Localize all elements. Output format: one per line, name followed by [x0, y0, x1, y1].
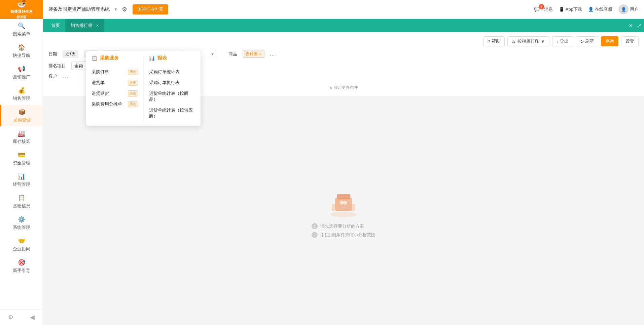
purchase-item-label-3: 采购费用分摊单 — [92, 101, 122, 107]
svg-point-0 — [330, 212, 357, 217]
service-icon: 👤 — [588, 7, 594, 12]
report-item-0[interactable]: 采购订单统计表 — [149, 67, 195, 77]
empty-state: 1 请先选择要分析的方案 2 用[过滤]条件来缩小分析范围 — [43, 97, 644, 325]
hint-num-1: 1 — [312, 223, 318, 229]
purchase-item-label-2: 进货退货 — [92, 90, 109, 96]
settings-bottom-icon[interactable]: ⚙ — [8, 314, 13, 321]
service-label: 在线客服 — [595, 6, 612, 12]
collapse-arrow-icon: ∧ — [329, 85, 332, 90]
refresh-icon: ↻ — [580, 39, 584, 44]
report-item-label-2: 进货单统计表（按商品） — [149, 90, 195, 103]
sidebar-item-sales[interactable]: 💰 销售管理 — [0, 83, 43, 105]
print-icon: 🖨 — [512, 39, 516, 44]
sidebar-item-search[interactable]: 🔍 搜索菜单 — [0, 19, 43, 40]
hint-text-2: 用[过滤]条件来缩小分析范围 — [320, 232, 375, 238]
sidebar-item-operations[interactable]: 📊 经营管理 — [0, 169, 43, 191]
purchase-item-label-0: 采购订单 — [92, 69, 109, 75]
sidebar-item-collab[interactable]: 🤝 企业协同 — [0, 234, 43, 255]
svg-rect-7 — [352, 204, 355, 211]
user-menu-btn[interactable]: 👤 用户 — [618, 4, 639, 14]
topbar-dropdown-arrow[interactable]: ▼ — [114, 7, 118, 12]
goods-ellipsis[interactable]: ... — [270, 51, 276, 57]
purchase-item-0[interactable]: 采购订单 历史 — [92, 67, 138, 77]
report-item-label-3: 进货单统计表（按供应商） — [149, 107, 195, 119]
report-item-1[interactable]: 采购订单执行表 — [149, 77, 195, 88]
dropdown-report-title: 📊 报表 — [149, 55, 195, 63]
sidebar-icon-purchase: 📦 — [18, 108, 26, 116]
sidebar-item-purchase[interactable]: 📦 采购管理 — [0, 105, 43, 126]
phone-icon: 📱 — [559, 7, 564, 12]
svg-rect-1 — [335, 198, 352, 211]
report-item-2[interactable]: 进货单统计表（按商品） — [149, 88, 195, 105]
sidebar-item-newguide[interactable]: 🎯 新手引导 — [0, 255, 43, 277]
settings-filter-btn[interactable]: 设置 — [621, 36, 639, 46]
sidebar-item-finance[interactable]: 💳 资金管理 — [0, 148, 43, 169]
sidebar-item-quicknav[interactable]: 🏠 快捷导航 — [0, 40, 43, 62]
message-btn[interactable]: 💬 6 消息 — [534, 6, 553, 12]
sidebar-label-basicinfo: 基础信息 — [13, 203, 30, 209]
empty-hints: 1 请先选择要分析的方案 2 用[过滤]条件来缩小分析范围 — [312, 223, 375, 238]
tab-sales-rank-label: 销售排行榜 — [71, 23, 93, 29]
sidebar-label-collab: 企业协同 — [13, 246, 30, 252]
report-item-3[interactable]: 进货单统计表（按供应商） — [149, 105, 195, 122]
print-arrow-icon: ▼ — [541, 39, 545, 44]
app-label: App下载 — [566, 6, 582, 12]
sidebar-icon-collab: 🤝 — [18, 237, 25, 245]
goods-label: 商品 — [228, 51, 237, 57]
report-section-label: 报表 — [157, 55, 167, 61]
hint-text-1: 请先选择要分析的方案 — [320, 223, 364, 229]
help-btn[interactable]: ? 帮助 — [483, 36, 504, 46]
purchase-item-2[interactable]: 进货退货 历史 — [92, 88, 138, 99]
sidebar-item-system[interactable]: ⚙️ 系统管理 — [0, 212, 43, 234]
logo-subtext: 标准版 — [16, 15, 27, 19]
message-label: 消息 — [544, 6, 553, 12]
dropdown-purchase-title: 📋 采购业务 — [92, 55, 138, 63]
purchase-section-icon: 📋 — [92, 55, 97, 61]
report-item-label-1: 采购订单执行表 — [149, 80, 180, 86]
avatar-icon: 👤 — [621, 7, 626, 12]
sidebar-label-inventory: 库存核算 — [13, 138, 30, 145]
online-service-btn[interactable]: 👤 在线客服 — [588, 6, 612, 12]
tab-expand-icon[interactable]: ⤢ — [637, 23, 641, 29]
empty-hint-2: 2 用[过滤]条件来缩小分析范围 — [312, 232, 375, 238]
date-chip-7days[interactable]: 近7天 — [63, 50, 78, 58]
sidebar-icon-sales: 💰 — [18, 87, 25, 94]
tab-close-icon[interactable]: ✕ — [96, 24, 99, 28]
sidebar-item-marketing[interactable]: 📢 营销推广 — [0, 62, 43, 83]
help-icon: ? — [488, 39, 490, 44]
sidebar-bottom: ⚙ ◀ — [0, 309, 43, 325]
dropdown-sections: 📋 采购业务 采购订单 历史 进货单 历史 进货退货 历史 采购费用分摊单 历史… — [86, 55, 201, 122]
sidebar-item-inventory[interactable]: 🏭 库存核算 — [0, 126, 43, 148]
sidebar-icon-operations: 📊 — [18, 173, 25, 180]
collapse-sidebar-icon[interactable]: ◀ — [30, 314, 35, 321]
tab-close-all-icon[interactable]: ✕ — [629, 23, 633, 29]
svg-rect-2 — [337, 194, 350, 199]
sidebar-icon-system: ⚙️ — [18, 216, 25, 223]
customer-ellipsis[interactable]: ... — [63, 73, 69, 79]
purchase-item-3[interactable]: 采购费用分摊单 历史 — [92, 99, 138, 110]
goods-tag[interactable]: 设计素 × — [243, 50, 264, 58]
sidebar-item-basicinfo[interactable]: 📋 基础信息 — [0, 191, 43, 212]
customer-label: 客户 — [48, 73, 57, 79]
collapse-label: 收起更多条件 — [334, 85, 358, 90]
history-tag-1: 历史 — [128, 80, 138, 86]
tab-sales-rank[interactable]: 销售排行榜 ✕ — [65, 19, 104, 32]
sidebar-icon-quicknav: 🏠 — [18, 44, 25, 51]
dropdown-report-section: 📊 报表 采购订单统计表 采购订单执行表 进货单统计表（按商品） 进货单统计表（… — [143, 55, 201, 122]
date-label: 日期 — [48, 51, 57, 57]
sidebar-label-finance: 资金管理 — [13, 160, 30, 166]
purchase-item-1[interactable]: 进货单 历史 — [92, 77, 138, 88]
print-btn[interactable]: 🖨 按模板打印 ▼ — [507, 36, 549, 46]
main-area: 装备及固定资产辅助管理系统 ▼ ⚙ 体验行业方案 💬 6 消息 📱 App下载 … — [43, 0, 644, 325]
export-btn[interactable]: ↑ 导出 — [552, 36, 573, 46]
app-download-btn[interactable]: 📱 App下载 — [559, 6, 582, 12]
refresh-btn[interactable]: ↻ 刷新 — [576, 36, 598, 46]
industry-btn[interactable]: 体验行业方案 — [133, 4, 168, 14]
topbar-gear-icon[interactable]: ⚙ — [122, 6, 127, 13]
svg-rect-6 — [332, 204, 335, 211]
tab-home[interactable]: 首页 — [46, 19, 65, 32]
goods-tag-close[interactable]: × — [259, 52, 261, 56]
hint-num-2: 2 — [312, 232, 318, 238]
report-section-icon: 📊 — [149, 55, 155, 61]
query-btn[interactable]: 查询 — [601, 36, 618, 46]
